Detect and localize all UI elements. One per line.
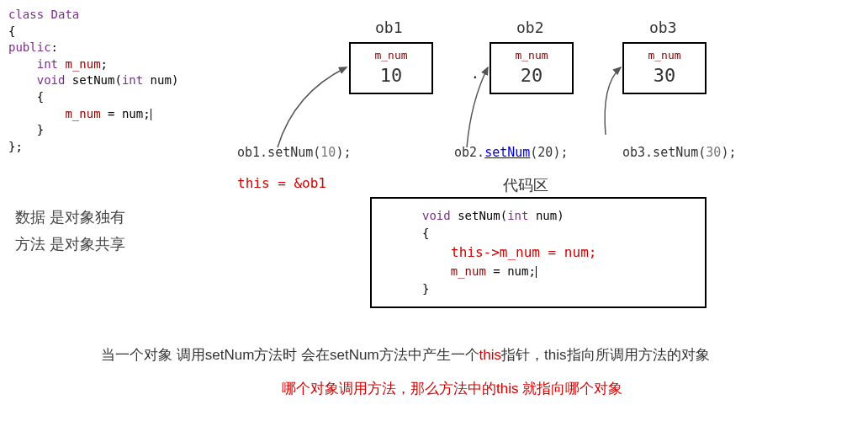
code-line: int m_num; (8, 56, 227, 73)
note-method-shared: 方法 是对象共享 (15, 234, 125, 254)
class-definition-code: class Data { public: int m_num; void set… (8, 7, 227, 155)
code-line: m_num = num; (8, 106, 227, 123)
object-box-ob2: m_num 20 (490, 42, 574, 94)
member-label: m_num (351, 44, 431, 63)
value-label: 30 (624, 63, 705, 93)
code-line: } (389, 280, 688, 298)
this-keyword-highlight: this (479, 347, 501, 363)
text-cursor (536, 266, 537, 278)
object-label-ob2: ob2 (516, 19, 544, 36)
code-line: void setNum(int num) (8, 72, 227, 89)
member-name: m_num (65, 107, 100, 120)
value-label: 10 (351, 63, 431, 93)
keyword-void: void (422, 209, 451, 222)
keyword-public: public (8, 40, 51, 54)
keyword-int: int (122, 73, 143, 87)
object-box-ob1: m_num 10 (349, 42, 433, 94)
code-line: public: (8, 40, 227, 56)
member-label: m_num (491, 44, 572, 63)
value-label: 20 (491, 63, 572, 93)
call-ob3: ob3.setNum(30); (622, 145, 736, 160)
code-area-box: void setNum(int num) { this->m_num = num… (370, 197, 707, 308)
code-line: { (8, 89, 227, 106)
member-name: m_num (451, 264, 486, 278)
keyword-class: class (8, 8, 44, 21)
keyword-void: void (37, 73, 66, 87)
call-ob2: ob2.setNum(20); (454, 145, 568, 160)
member-label: m_num (624, 44, 705, 63)
method-link: setNum (484, 145, 530, 160)
code-line: void setNum(int num) (389, 207, 688, 225)
colon: : (51, 40, 58, 54)
keyword-int: int (37, 57, 58, 71)
explanation-text-1: 当一个对象 调用setNum方法时 会在setNum方法中产生一个this指针，… (101, 345, 710, 365)
code-line: } (8, 122, 227, 139)
dot-separator: . (471, 66, 479, 82)
code-line: { (8, 24, 227, 40)
code-area-title: 代码区 (503, 175, 548, 195)
object-box-ob3: m_num 30 (622, 42, 707, 94)
code-line: class Data (8, 7, 227, 24)
note-data-unique: 数据 是对象独有 (15, 207, 125, 227)
class-name: Data (44, 8, 79, 21)
object-label-ob1: ob1 (375, 19, 403, 36)
code-line: }; (8, 139, 227, 156)
code-line: { (389, 225, 688, 242)
keyword-int: int (507, 209, 528, 222)
object-label-ob3: ob3 (649, 19, 677, 36)
explanation-text-2: 哪个对象调用方法，那么方法中的this 就指向哪个对象 (282, 379, 622, 398)
call-ob1: ob1.setNum(10); (237, 145, 351, 160)
text-cursor (151, 109, 151, 120)
member-name: m_num (65, 57, 100, 71)
this-annotation: this = &ob1 (237, 175, 326, 191)
this-assignment: this->m_num = num; (389, 242, 688, 263)
code-line: m_num = num; (389, 263, 688, 280)
